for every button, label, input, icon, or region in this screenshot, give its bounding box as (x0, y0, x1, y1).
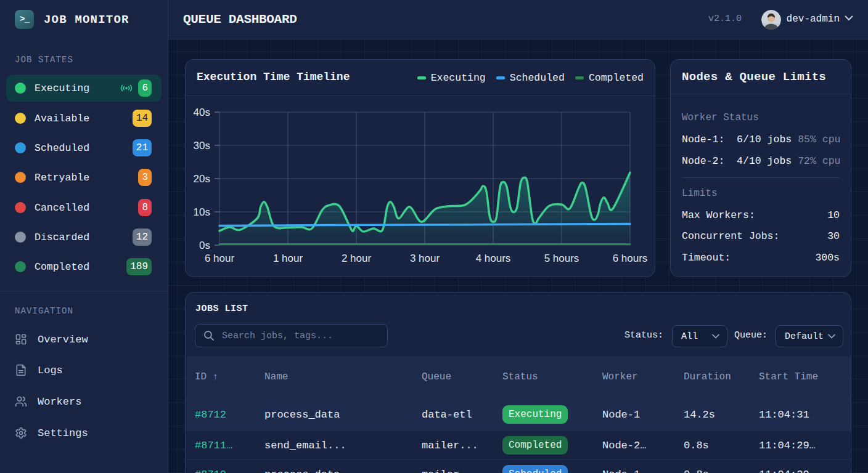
svg-text:40s: 40s (194, 107, 210, 118)
svg-text:20s: 20s (194, 173, 210, 185)
svg-text:6 hour: 6 hour (205, 253, 235, 264)
svg-text:6 hours: 6 hours (613, 253, 648, 264)
svg-text:3 hour: 3 hour (410, 253, 440, 264)
svg-text:5 hours: 5 hours (544, 253, 579, 264)
svg-text:0s: 0s (199, 240, 210, 251)
svg-text:10s: 10s (194, 206, 210, 218)
svg-text:4 hours: 4 hours (476, 253, 511, 264)
svg-text:2 hour: 2 hour (342, 253, 372, 264)
svg-text:1 hour: 1 hour (273, 253, 303, 264)
svg-text:30s: 30s (194, 140, 210, 152)
